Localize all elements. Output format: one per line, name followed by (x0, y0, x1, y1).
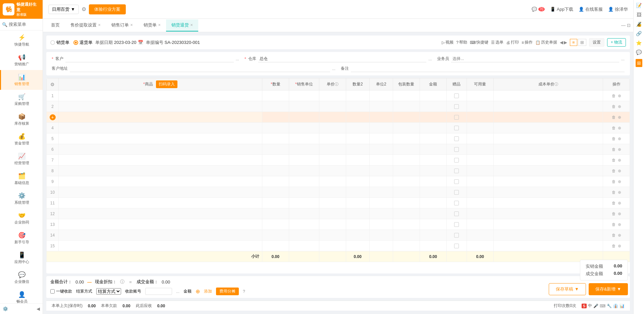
minimize-btn[interactable]: — (621, 23, 626, 28)
unit-cell-2[interactable] (289, 101, 319, 112)
gift-cell-1[interactable] (446, 90, 467, 101)
del-11[interactable]: 🗑 (612, 201, 616, 205)
experience-btn[interactable]: 体验行业方案 (89, 4, 126, 14)
customer-input[interactable] (65, 55, 234, 62)
copy-5[interactable]: ⊕ (618, 136, 621, 141)
calendar-icon[interactable]: 📅 (138, 40, 143, 45)
radio-return[interactable]: 退货单 (73, 40, 93, 46)
copy-8[interactable]: ⊕ (618, 169, 621, 173)
one-key-pay-check[interactable]: 一键收款 (50, 289, 72, 294)
link-icon[interactable]: 🔗 (636, 31, 642, 36)
amount-cell-1[interactable] (420, 90, 446, 101)
salesman-input[interactable] (451, 55, 619, 62)
warehouse-dots[interactable]: ... (428, 57, 432, 61)
save-draft-btn[interactable]: 保存草稿 ▼ (549, 283, 586, 295)
chat-icon[interactable]: 💬 (636, 50, 642, 55)
gear-col-icon[interactable]: ⚙ (50, 82, 55, 87)
copy-icon-2[interactable]: ⊕ (618, 104, 621, 109)
online-service-link[interactable]: 👤 在线客服 (579, 6, 603, 12)
amount-cell-3[interactable] (420, 112, 446, 123)
gift-cb-4[interactable] (454, 126, 459, 130)
help-link[interactable]: ? 帮助 (456, 40, 467, 45)
copy-10[interactable]: ⊕ (618, 190, 621, 195)
del-12[interactable]: 🗑 (612, 211, 616, 216)
print-link[interactable]: 🖨 打印 (506, 40, 519, 45)
tab-price-settings[interactable]: 售价提取设置 ✕ (65, 19, 106, 32)
delete-icon-1[interactable]: 🗑 (612, 93, 616, 98)
sidebar-item-apps[interactable]: 📱 应用中心 (0, 248, 43, 268)
copy-6[interactable]: ⊕ (618, 147, 621, 152)
operate-link[interactable]: ≡ 操作 (522, 40, 533, 45)
video-link[interactable]: ▷ 视频 (442, 40, 453, 45)
qty-cell-2[interactable] (262, 101, 289, 112)
price-cell-3[interactable] (319, 112, 346, 123)
copy-icon-3[interactable]: ⊕ (618, 115, 621, 120)
delete-icon-2[interactable]: 🗑 (612, 104, 616, 109)
unit-cell-3[interactable] (289, 112, 319, 123)
topbar-settings-btn[interactable]: ⚙ (82, 6, 86, 12)
sidebar-item-member[interactable]: 👤 畅会员 (0, 288, 43, 303)
tab-sales-close[interactable]: ✕ (158, 23, 161, 27)
fee-split-btn[interactable]: 费用分摊 (216, 288, 239, 295)
save-new-btn[interactable]: 保存&新增 ▼ (589, 283, 628, 295)
price-cell-1[interactable] (319, 90, 346, 101)
copy-14[interactable]: ⊕ (618, 233, 621, 238)
gift-cb-7[interactable] (454, 158, 459, 163)
del-8[interactable]: 🗑 (612, 169, 616, 173)
tab-sales[interactable]: 销货单 ✕ (138, 19, 166, 32)
select-link[interactable]: ☰ 选单 (491, 40, 503, 45)
gift-cb-9[interactable] (454, 179, 459, 184)
sidebar-item-wechat[interactable]: 💬 企业微信 (0, 268, 43, 288)
user-profile[interactable]: 👤 徐泽华 (608, 6, 628, 12)
del-5[interactable]: 🗑 (612, 136, 616, 141)
grid-icon[interactable]: ⊞ (636, 59, 642, 67)
history-link[interactable]: 📋 历史单据 (535, 40, 557, 45)
add-payment-btn[interactable]: ⊕ (196, 288, 200, 295)
gift-cb-6[interactable] (454, 147, 459, 152)
sidebar-item-quicknav[interactable]: ⚡ 快捷导航 (0, 30, 43, 50)
gift-cb-15[interactable] (454, 244, 459, 248)
sidebar-item-system[interactable]: ⚙️ 系统管理 (0, 189, 43, 208)
del-14[interactable]: 🗑 (612, 233, 616, 238)
message-icon-group[interactable]: 💬 70 (532, 7, 545, 12)
del-15[interactable]: 🗑 (612, 244, 616, 248)
sidebar-item-basic[interactable]: 🗂️ 基础信息 (0, 169, 43, 189)
sidebar-item-newbie[interactable]: 🎯 新手引导 (0, 228, 43, 248)
salesman-dots[interactable]: ... (621, 57, 625, 61)
tab-sales-order[interactable]: 销售订单 ✕ (106, 19, 138, 32)
setting-btn[interactable]: 设置 (589, 38, 604, 47)
unit2-cell-1[interactable] (369, 90, 393, 101)
sidebar-search[interactable]: 🔍 搜索菜单 (0, 19, 43, 30)
product-cell-3[interactable] (59, 112, 262, 123)
tab-price-close[interactable]: ✕ (98, 23, 101, 27)
grid-view-btn[interactable]: ⊞ (578, 39, 586, 46)
list-view-btn[interactable]: ≡ (570, 39, 577, 46)
pack-cell-3[interactable] (393, 112, 420, 123)
settings-icon[interactable]: ⚙️ (3, 306, 8, 311)
radio-sales[interactable]: 销货单 (50, 40, 69, 46)
gift-cb-2[interactable] (454, 104, 459, 109)
copy-11[interactable]: ⊕ (618, 201, 621, 205)
calc-method-select[interactable]: 结算方式 (96, 288, 121, 295)
qty-cell-3[interactable] (262, 112, 289, 123)
gift-cb-8[interactable] (454, 169, 459, 173)
del-6[interactable]: 🗑 (612, 147, 616, 152)
shortcut-link[interactable]: ⌨ 快捷键 (470, 40, 488, 45)
copy-13[interactable]: ⊕ (618, 222, 621, 227)
sidebar-item-enterprise[interactable]: 🤝 企业协同 (0, 208, 43, 228)
amount-cell-2[interactable] (420, 101, 446, 112)
collapse-icon[interactable]: ◀ (37, 306, 40, 311)
prev-arrow[interactable]: ◀ (560, 40, 563, 45)
copy-15[interactable]: ⊕ (618, 244, 621, 248)
price-cell-2[interactable] (319, 101, 346, 112)
remark-input[interactable] (351, 65, 625, 72)
daily-select[interactable]: 日用百货 ▼ (48, 5, 79, 14)
gift-cb-1[interactable] (454, 93, 459, 98)
app-download-link[interactable]: 📱 App下载 (550, 6, 573, 12)
sidebar-item-finance[interactable]: 💰 资金管理 (0, 129, 43, 149)
next-arrow[interactable]: ▶ (564, 40, 567, 45)
address-input[interactable] (70, 65, 330, 72)
account-dots[interactable]: ... (176, 289, 179, 294)
tab-home[interactable]: 首页 (46, 19, 65, 32)
account-input[interactable] (145, 288, 172, 295)
